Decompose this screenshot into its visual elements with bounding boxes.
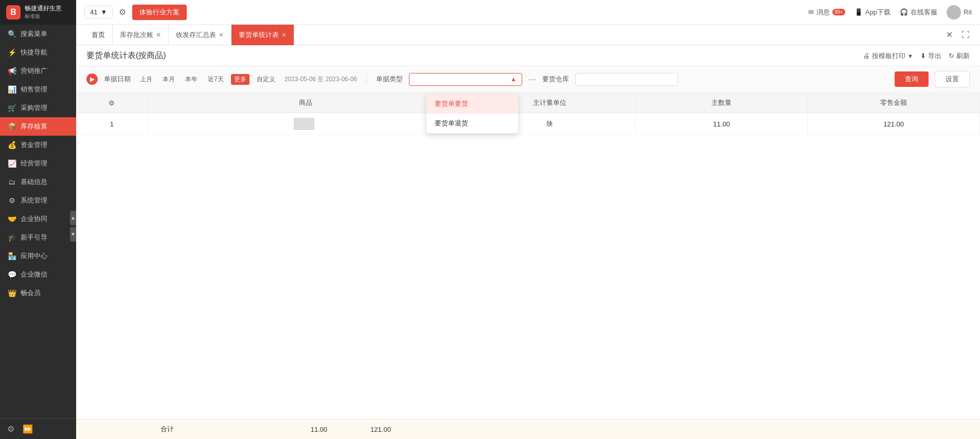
date-btn-7days[interactable]: 近7天 <box>205 74 227 85</box>
tab-expand-btn[interactable]: ⛶ <box>959 29 972 41</box>
sidebar-label-appstore: 应用中心 <box>21 251 47 261</box>
sidebar-label-shortcut: 快捷导航 <box>21 48 47 57</box>
header-settings-icon[interactable]: ⚙ <box>119 7 126 17</box>
th-amount: 零售金额 <box>808 93 980 113</box>
query-btn[interactable]: 查询 <box>895 71 929 87</box>
tab-close-receivables[interactable]: ✕ <box>219 31 224 39</box>
refresh-icon: ↻ <box>949 52 954 60</box>
footer-qty: 11.00 <box>288 426 350 433</box>
date-btn-this-month[interactable]: 本月 <box>159 74 178 85</box>
sidebar-item-purchase[interactable]: 🛒采购管理 <box>0 99 76 117</box>
tab-label-order_stats: 要货单统计表 <box>239 30 279 40</box>
company-name: 41 <box>90 8 97 16</box>
sidebar-icon-shortcut: ⚡ <box>7 48 16 57</box>
filter-more-btn[interactable]: ··· <box>528 74 536 85</box>
sidebar-label-finance: 资金管理 <box>21 140 47 150</box>
sidebar-item-appstore[interactable]: 🏪应用中心 <box>0 247 76 265</box>
footer-label: 合计 <box>108 425 226 434</box>
th-gear: ⚙ <box>76 93 148 113</box>
sidebar-scroll-up[interactable]: ▲ <box>70 211 76 225</box>
collapse-icon[interactable]: ⏩ <box>23 424 33 434</box>
table-footer: 合计 11.00 121.00 <box>76 419 980 439</box>
sidebar-scroll-down[interactable]: ▼ <box>70 227 76 242</box>
sidebar-item-sales[interactable]: 📊销售管理 <box>0 80 76 99</box>
th-qty: 主数量 <box>635 93 808 113</box>
sidebar-icon-inventory: 📦 <box>7 122 16 131</box>
sidebar-icon-appstore: 🏪 <box>7 251 16 261</box>
tab-bar-right: ✕ ⛶ <box>943 29 972 41</box>
dropdown-item-order-return[interactable]: 要货单退货 <box>426 114 518 133</box>
dropdown-item-order-goods[interactable]: 要货单要货 <box>426 94 518 114</box>
type-label: 单据类型 <box>376 75 403 84</box>
sidebar-bottom: ⚙ ⏩ <box>0 418 76 439</box>
sidebar-icon-newbie: 🎓 <box>7 233 16 242</box>
tab-receivables[interactable]: 收发存汇总表 ✕ <box>169 25 231 45</box>
refresh-btn[interactable]: ↻ 刷新 <box>949 51 970 61</box>
sidebar-item-member[interactable]: 👑畅会员 <box>0 284 76 302</box>
cell-amount: 121.00 <box>808 113 980 135</box>
tab-label-inventory_batch: 库存批次账 <box>120 30 153 40</box>
service-icon: 🎧 <box>900 8 908 16</box>
tab-close-inventory_batch[interactable]: ✕ <box>156 31 161 39</box>
th-product: 商品 <box>148 93 463 113</box>
sidebar-item-wechat[interactable]: 💬企业微信 <box>0 265 76 284</box>
sidebar-item-system[interactable]: ⚙系统管理 <box>0 191 76 210</box>
trial-btn[interactable]: 体验行业方案 <box>132 5 187 20</box>
tab-bar: 首页库存批次账 ✕收发存汇总表 ✕要货单统计表 ✕ ✕ ⛶ <box>76 25 980 45</box>
sidebar-label-wechat: 企业微信 <box>21 270 47 279</box>
sidebar-item-basic[interactable]: 🗂基础信息 <box>0 173 76 191</box>
sidebar-label-inventory: 库存核算 <box>21 122 47 131</box>
export-icon: ⬇ <box>920 52 926 60</box>
message-icon: ✉ <box>808 8 814 16</box>
print-icon: 🖨 <box>863 52 870 60</box>
print-btn[interactable]: 🖨 按模板打印 ▼ <box>863 51 913 61</box>
sidebar-item-shortcut[interactable]: ⚡快捷导航 <box>0 43 76 62</box>
date-btn-this-year[interactable]: 本年 <box>182 74 201 85</box>
sidebar-icon-member: 👑 <box>7 288 16 298</box>
sidebar-item-newbie[interactable]: 🎓新手引导 <box>0 228 76 247</box>
sidebar-label-sales: 销售管理 <box>21 85 47 94</box>
messages-btn[interactable]: ✉ 消息 99+ <box>808 8 845 17</box>
sidebar-item-enterprise[interactable]: 🤝企业协同 <box>0 210 76 228</box>
date-btn-more[interactable]: 更多 <box>231 74 250 85</box>
type-dropdown: 要货单要货 要货单退货 <box>426 94 519 134</box>
tab-home[interactable]: 首页 <box>84 25 113 45</box>
settings-icon[interactable]: ⚙ <box>7 424 14 434</box>
top-header: 41 ▼ ⚙ 体验行业方案 ✉ 消息 99+ 📱 App下载 🎧 在线客服 R <box>76 0 980 25</box>
user-avatar[interactable]: Rit <box>947 5 972 20</box>
sidebar-item-operation[interactable]: 📈经营管理 <box>0 154 76 173</box>
sidebar-icon-system: ⚙ <box>7 196 16 205</box>
header-left: 41 ▼ ⚙ 体验行业方案 <box>84 5 187 20</box>
logo-sub: 标准版 <box>25 13 62 20</box>
sidebar-label-member: 畅会员 <box>21 288 41 298</box>
table-header-row: ⚙ 商品 主计量单位 主数量 零售金额 <box>76 93 980 113</box>
cell-index: 1 <box>76 113 148 135</box>
sidebar-item-search[interactable]: 🔍搜索菜单 <box>0 25 76 43</box>
type-select-input[interactable] <box>415 76 510 83</box>
warehouse-label: 要货仓库 <box>542 75 569 84</box>
warehouse-input[interactable] <box>575 73 678 86</box>
date-btn-prev-month[interactable]: 上月 <box>137 74 155 85</box>
type-select-arrow[interactable]: ▲ <box>510 76 516 83</box>
filter-expand-btn[interactable]: ▶ <box>86 74 98 85</box>
tab-order_stats[interactable]: 要货单统计表 ✕ <box>231 25 294 45</box>
date-label: 单据日期 <box>104 75 131 84</box>
date-btn-custom[interactable]: 自定义 <box>254 74 278 85</box>
company-selector[interactable]: 41 ▼ <box>84 6 113 19</box>
sidebar-item-inventory[interactable]: 📦库存核算 <box>0 117 76 136</box>
tab-close-btn[interactable]: ✕ <box>943 29 955 41</box>
sidebar-item-marketing[interactable]: 📢营销推广 <box>0 62 76 80</box>
col-gear-icon[interactable]: ⚙ <box>109 99 115 107</box>
sidebar-label-search: 搜索菜单 <box>21 29 47 39</box>
app-download-btn[interactable]: 📱 App下载 <box>854 8 890 17</box>
settings-filter-btn[interactable]: 设置 <box>935 71 970 87</box>
online-service-btn[interactable]: 🎧 在线客服 <box>900 8 937 17</box>
sidebar-label-operation: 经营管理 <box>21 159 47 168</box>
sidebar-logo: B 畅捷通好生意 标准版 <box>0 0 76 25</box>
tab-close-order_stats[interactable]: ✕ <box>281 31 287 39</box>
sidebar-label-marketing: 营销推广 <box>21 66 47 76</box>
sidebar-item-finance[interactable]: 💰资金管理 <box>0 136 76 154</box>
export-btn[interactable]: ⬇ 导出 <box>920 51 941 61</box>
sidebar-icon-finance: 💰 <box>7 140 16 150</box>
tab-inventory_batch[interactable]: 库存批次账 ✕ <box>113 25 169 45</box>
